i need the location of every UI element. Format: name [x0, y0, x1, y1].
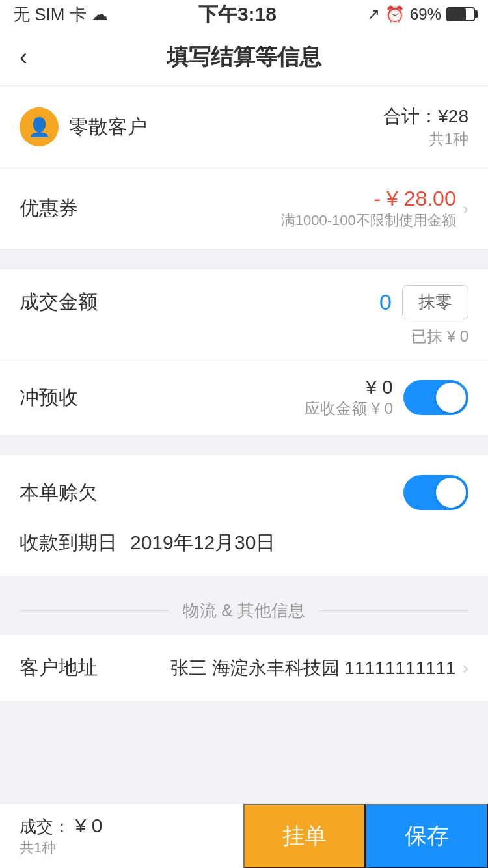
avatar-icon: 👤 — [28, 116, 51, 138]
battery-percent: 69% — [410, 5, 441, 23]
bottom-left: 成交： ¥ 0 共1种 — [0, 815, 243, 858]
status-left: 无 SIM 卡 ☁ — [13, 3, 108, 26]
divider-line-left — [20, 610, 170, 611]
amount-right: 0 抹零 — [379, 285, 468, 319]
logistics-label: 物流 & 其他信息 — [183, 599, 305, 622]
coupon-row[interactable]: 优惠券 - ¥ 28.00 满1000-100不限制使用金额 › — [0, 168, 488, 249]
date-row: 收款到期日 2019年12月30日 — [0, 530, 488, 576]
coupon-label: 优惠券 — [20, 195, 78, 222]
prepay-receivable: 应收金额 ¥ 0 — [305, 398, 393, 419]
chevron-right-icon: › — [463, 198, 468, 219]
customer-name: 零散客户 — [69, 114, 147, 141]
address-chevron-icon: › — [463, 658, 468, 679]
already-deducted: 已抹 ¥ 0 — [0, 326, 488, 360]
coupon-info: - ¥ 28.00 满1000-100不限制使用金额 — [281, 187, 456, 230]
bottom-deal-amount: ¥ 0 — [75, 815, 103, 836]
coupon-description: 满1000-100不限制使用金额 — [281, 211, 456, 230]
customer-left: 👤 零散客户 — [20, 107, 147, 146]
bottom-count: 共1种 — [20, 838, 224, 858]
content-area: 👤 零散客户 合计：¥28 共1种 优惠券 - ¥ 28.00 满1000-10… — [0, 86, 488, 868]
debt-row: 本单赊欠 — [0, 455, 488, 530]
address-value: 张三 海淀永丰科技园 11111111111 — [98, 656, 463, 681]
amount-row: 成交金额 0 抹零 — [0, 269, 488, 326]
alarm-icon: ⏰ — [385, 5, 405, 23]
prepay-value: ¥ 0 — [305, 376, 393, 398]
customer-section: 👤 零散客户 合计：¥28 共1种 优惠券 - ¥ 28.00 满1000-10… — [0, 86, 488, 249]
prepay-row: 冲预收 ¥ 0 应收金额 ¥ 0 — [0, 360, 488, 435]
location-icon: ↗ — [367, 5, 380, 23]
bottom-deal-label: 成交： — [20, 817, 70, 836]
deal-amount-label: 成交金额 — [20, 289, 98, 316]
debt-toggle[interactable] — [403, 475, 468, 510]
section-divider-2 — [0, 445, 488, 455]
address-section: 客户地址 张三 海淀永丰科技园 11111111111 › — [0, 635, 488, 701]
battery-icon — [446, 7, 475, 21]
status-bar: 无 SIM 卡 ☁ 下午3:18 ↗ ⏰ 69% — [0, 0, 488, 29]
debt-toggle-knob — [436, 478, 466, 508]
total-amount: 合计：¥28 — [383, 104, 468, 129]
section-divider-1 — [0, 259, 488, 269]
customer-row: 👤 零散客户 合计：¥28 共1种 — [0, 86, 488, 168]
due-date-value: 2019年12月30日 — [130, 530, 275, 556]
due-date-label: 收款到期日 — [20, 530, 117, 556]
debt-section: 本单赊欠 收款到期日 2019年12月30日 — [0, 455, 488, 576]
save-button[interactable]: 保存 — [366, 804, 488, 869]
bottom-bar: 成交： ¥ 0 共1种 挂单 保存 — [0, 803, 488, 868]
sim-status: 无 SIM 卡 ☁ — [13, 3, 108, 26]
address-row[interactable]: 客户地址 张三 海淀永丰科技园 11111111111 › — [0, 635, 488, 701]
prepay-right: ¥ 0 应收金额 ¥ 0 — [305, 376, 468, 419]
pending-button[interactable]: 挂单 — [243, 804, 366, 869]
bottom-deal-row: 成交： ¥ 0 — [20, 815, 224, 838]
toggle-knob — [436, 383, 466, 413]
nav-bar: ‹ 填写结算等信息 — [0, 29, 488, 86]
customer-right: 合计：¥28 共1种 — [383, 104, 468, 150]
deal-amount-value: 0 — [379, 290, 392, 315]
status-time: 下午3:18 — [198, 1, 277, 28]
prepay-amounts: ¥ 0 应收金额 ¥ 0 — [305, 376, 393, 419]
debt-label: 本单赊欠 — [20, 480, 98, 506]
customer-avatar: 👤 — [20, 107, 59, 146]
logistics-divider: 物流 & 其他信息 — [0, 586, 488, 635]
coupon-discount: - ¥ 28.00 — [281, 187, 456, 211]
page-title: 填写结算等信息 — [167, 42, 321, 72]
address-label: 客户地址 — [20, 655, 98, 681]
total-count: 共1种 — [383, 129, 468, 150]
deal-amount-section: 成交金额 0 抹零 已抹 ¥ 0 冲预收 ¥ 0 应收金额 ¥ 0 — [0, 269, 488, 435]
round-button[interactable]: 抹零 — [402, 285, 468, 319]
back-button[interactable]: ‹ — [20, 44, 27, 71]
divider-line-right — [318, 610, 468, 611]
prepay-toggle[interactable] — [403, 380, 468, 415]
coupon-right: - ¥ 28.00 满1000-100不限制使用金额 › — [281, 187, 468, 230]
prepay-label: 冲预收 — [20, 385, 78, 411]
status-right: ↗ ⏰ 69% — [367, 5, 475, 23]
